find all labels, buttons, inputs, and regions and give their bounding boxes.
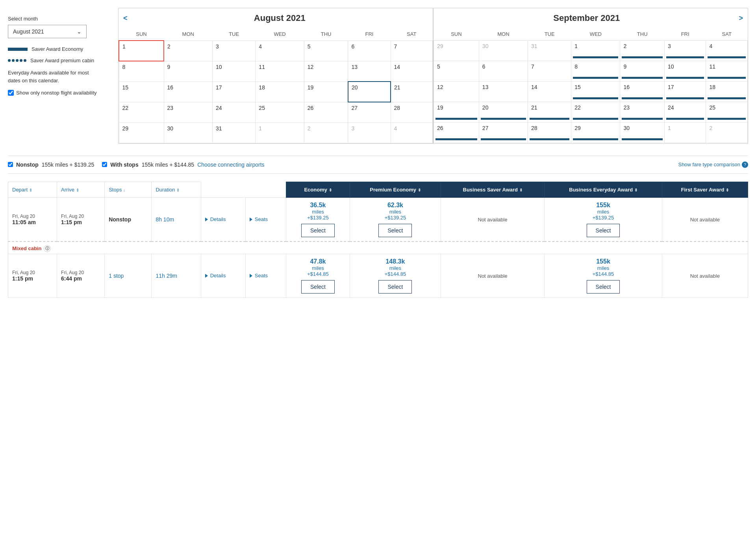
aug-day-cell[interactable]: 5 xyxy=(304,41,348,61)
sep-day-cell[interactable]: 11 xyxy=(706,61,748,82)
nonstop-filter-checkbox[interactable] xyxy=(8,162,13,167)
sep-day-cell[interactable]: 10 xyxy=(664,61,706,82)
mixed-cabin-info-icon[interactable]: ⓘ xyxy=(44,245,51,252)
seats-link[interactable]: Seats xyxy=(250,216,268,222)
premium-economy-header[interactable]: Premium Economy ⇕ xyxy=(350,182,441,197)
aug-day-cell[interactable]: 16 xyxy=(164,82,212,102)
business-everyday-header[interactable]: Business Everyday Award ⇕ xyxy=(545,182,662,197)
sep-day-cell[interactable]: 14 xyxy=(528,82,571,102)
economy-header[interactable]: Economy ⇕ xyxy=(286,182,350,197)
sep-day-cell[interactable]: 30 xyxy=(479,41,528,61)
details-cell[interactable]: Details xyxy=(201,197,245,241)
sep-day-cell[interactable]: 9 xyxy=(620,61,664,82)
sep-day-cell[interactable]: 2 xyxy=(706,123,748,143)
aug-day-cell[interactable]: 1 xyxy=(119,41,164,61)
sep-day-cell[interactable]: 28 xyxy=(528,123,571,143)
sep-day-cell[interactable]: 4 xyxy=(706,41,748,61)
aug-day-cell[interactable]: 29 xyxy=(119,123,164,143)
sep-day-cell[interactable]: 23 xyxy=(620,102,664,123)
aug-day-cell[interactable]: 2 xyxy=(164,41,212,61)
sep-day-cell[interactable]: 8 xyxy=(571,61,620,82)
sep-day-cell[interactable]: 21 xyxy=(528,102,571,123)
show-comparison[interactable]: Show fare type comparison ? xyxy=(678,162,748,168)
comparison-info-icon[interactable]: ? xyxy=(742,162,748,168)
month-select-dropdown[interactable]: August 2021 ⌄ xyxy=(8,25,87,38)
nonstop-checkbox[interactable] xyxy=(8,90,14,96)
seats-link[interactable]: Seats xyxy=(250,273,268,279)
with-stops-filter-checkbox[interactable] xyxy=(102,162,107,167)
premium-economy-select-button[interactable]: Select xyxy=(378,280,412,294)
sep-day-cell[interactable]: 27 xyxy=(479,123,528,143)
sep-day-cell[interactable]: 24 xyxy=(664,102,706,123)
aug-day-cell[interactable]: 19 xyxy=(304,82,348,102)
details-link[interactable]: Details xyxy=(205,216,226,222)
sep-day-cell[interactable]: 12 xyxy=(434,82,479,102)
aug-day-cell[interactable]: 20 xyxy=(348,82,391,102)
aug-day-cell[interactable]: 18 xyxy=(256,82,304,102)
business-everyday-select-button[interactable]: Select xyxy=(587,280,620,294)
sep-day-cell[interactable]: 18 xyxy=(706,82,748,102)
aug-day-cell[interactable]: 23 xyxy=(164,102,212,123)
economy-select-button[interactable]: Select xyxy=(301,224,335,237)
duration-header[interactable]: Duration ⇕ xyxy=(152,182,201,197)
aug-day-cell[interactable]: 4 xyxy=(391,123,433,143)
sep-day-cell[interactable]: 3 xyxy=(664,41,706,61)
aug-day-cell[interactable]: 3 xyxy=(348,123,391,143)
aug-day-cell[interactable]: 30 xyxy=(164,123,212,143)
sep-day-cell[interactable]: 30 xyxy=(620,123,664,143)
aug-day-cell[interactable]: 21 xyxy=(391,82,433,102)
nonstop-filter[interactable]: Nonstop 155k miles + $139.25 xyxy=(8,162,94,168)
aug-day-cell[interactable]: 27 xyxy=(348,102,391,123)
aug-day-cell[interactable]: 11 xyxy=(256,61,304,82)
aug-day-cell[interactable]: 24 xyxy=(212,102,255,123)
economy-select-button[interactable]: Select xyxy=(301,280,335,294)
sep-day-cell[interactable]: 13 xyxy=(479,82,528,102)
depart-header[interactable]: Depart ⇕ xyxy=(8,182,57,197)
sep-day-cell[interactable]: 1 xyxy=(571,41,620,61)
business-everyday-select-button[interactable]: Select xyxy=(587,224,620,237)
aug-day-cell[interactable]: 10 xyxy=(212,61,255,82)
seats-cell[interactable]: Seats xyxy=(245,254,286,297)
aug-day-cell[interactable]: 2 xyxy=(304,123,348,143)
sep-day-cell[interactable]: 7 xyxy=(528,61,571,82)
with-stops-filter[interactable]: With stops 155k miles + $144.85 Choose c… xyxy=(102,162,264,168)
sep-day-cell[interactable]: 22 xyxy=(571,102,620,123)
sep-day-cell[interactable]: 19 xyxy=(434,102,479,123)
aug-day-cell[interactable]: 1 xyxy=(256,123,304,143)
aug-day-cell[interactable]: 3 xyxy=(212,41,255,61)
aug-day-cell[interactable]: 7 xyxy=(391,41,433,61)
sep-day-cell[interactable]: 17 xyxy=(664,82,706,102)
sep-day-cell[interactable]: 6 xyxy=(479,61,528,82)
nonstop-checkbox-label[interactable]: Show only nonstop flight availability xyxy=(8,90,118,96)
connecting-airports-link[interactable]: Choose connecting airports xyxy=(197,162,264,168)
aug-day-cell[interactable]: 15 xyxy=(119,82,164,102)
business-saver-header[interactable]: Business Saver Award ⇕ xyxy=(441,182,545,197)
next-month-nav[interactable]: > xyxy=(739,14,743,22)
aug-day-cell[interactable]: 4 xyxy=(256,41,304,61)
sep-day-cell[interactable]: 16 xyxy=(620,82,664,102)
sep-day-cell[interactable]: 31 xyxy=(528,41,571,61)
aug-day-cell[interactable]: 12 xyxy=(304,61,348,82)
stops-label[interactable]: 1 stop xyxy=(109,273,124,279)
aug-day-cell[interactable]: 26 xyxy=(304,102,348,123)
aug-day-cell[interactable]: 31 xyxy=(212,123,255,143)
details-cell[interactable]: Details xyxy=(201,254,245,297)
aug-day-cell[interactable]: 22 xyxy=(119,102,164,123)
aug-day-cell[interactable]: 14 xyxy=(391,61,433,82)
sep-day-cell[interactable]: 26 xyxy=(434,123,479,143)
seats-cell[interactable]: Seats xyxy=(245,197,286,241)
premium-economy-select-button[interactable]: Select xyxy=(378,224,412,237)
aug-day-cell[interactable]: 28 xyxy=(391,102,433,123)
aug-day-cell[interactable]: 8 xyxy=(119,61,164,82)
sep-day-cell[interactable]: 1 xyxy=(664,123,706,143)
first-saver-header[interactable]: First Saver Award ⇕ xyxy=(662,182,748,197)
arrive-header[interactable]: Arrive ⇕ xyxy=(57,182,105,197)
sep-day-cell[interactable]: 5 xyxy=(434,61,479,82)
sep-day-cell[interactable]: 29 xyxy=(434,41,479,61)
aug-day-cell[interactable]: 6 xyxy=(348,41,391,61)
sep-day-cell[interactable]: 2 xyxy=(620,41,664,61)
aug-day-cell[interactable]: 13 xyxy=(348,61,391,82)
prev-month-nav[interactable]: < xyxy=(123,14,128,22)
aug-day-cell[interactable]: 17 xyxy=(212,82,255,102)
sep-day-cell[interactable]: 20 xyxy=(479,102,528,123)
